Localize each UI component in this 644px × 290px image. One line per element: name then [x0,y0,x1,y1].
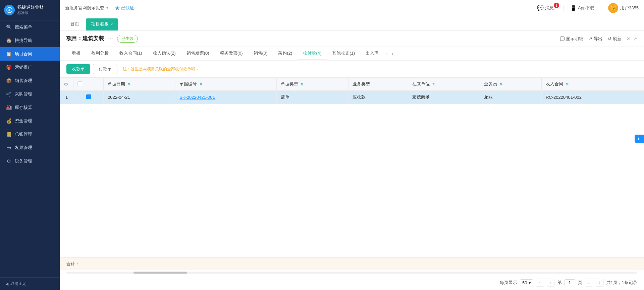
scroll-thumb[interactable] [133,272,187,274]
payment-tab-button[interactable]: 付款单 [93,64,117,74]
sidebar-item-label: 搜索菜单 [15,24,32,30]
sidebar-item-search[interactable]: 🔍 搜索菜单 [0,20,60,34]
sub-nav-sales-invoice-label: 销售发票(0) [186,51,209,56]
sub-nav-other[interactable]: 其他收支(1) [327,47,360,60]
float-panel-icon: ≡ [637,137,642,140]
export-button[interactable]: ↗ 导出 [589,36,602,42]
col-header-date[interactable]: 单据日期 ⇅ [104,78,175,91]
message-button[interactable]: 💬 消息 1 [537,5,556,11]
app-download-button[interactable]: 📱 App下载 [570,5,594,11]
cell-number-link[interactable]: SK-20220421-001 [179,95,215,100]
sub-nav-tax-invoice[interactable]: 税务发票(0) [215,47,248,60]
sidebar-item-project[interactable]: 📋 项目合同 [0,47,60,61]
ledger-icon: 📒 [5,132,12,137]
sub-nav-profit[interactable]: 盈利分析 [86,47,114,60]
float-panel[interactable]: ≡ [635,135,644,143]
search-icon: 🔍 [5,24,12,30]
pagination: 每页显示 50 ▾ ⟨ ‹ 第 1 页 › ⟩ 共1页，1条记录 [60,275,644,290]
horizontal-scrollbar[interactable] [66,272,637,274]
sort-date-icon: ⇅ [128,82,130,86]
col-header-income-contract[interactable]: 收入合同 ⇅ [541,78,644,91]
col-header-settings[interactable]: ⚙ [60,78,73,91]
sub-nav-prev-arrow[interactable]: ‹ [384,48,390,60]
sub-nav-next-arrow[interactable]: › [390,48,395,60]
page-number-input[interactable]: 1 [565,279,575,286]
sort-type-icon: ⇅ [301,82,303,86]
sub-tab-note: 注：这里是与项目关联的全部收付款单哦～ [123,66,199,72]
sidebar-header: 畅捷通好业财 标准版 [0,0,60,20]
maximize-button[interactable]: ⤢ [633,36,637,42]
settings-icon: ⚙ [64,82,68,87]
select-all-checkbox[interactable] [77,81,82,86]
sub-nav-profit-label: 盈利分析 [91,51,109,56]
close-button[interactable]: × [627,36,630,42]
user-menu[interactable]: 🐱 用户3355 [608,3,639,13]
prev-page-button[interactable]: ‹ [547,279,555,287]
tab-project-board[interactable]: 项目看板 × [86,18,118,30]
more-options-icon[interactable]: ··· [108,35,113,42]
sidebar-item-purchase[interactable]: 🛒 采购管理 [0,87,60,101]
first-page-button[interactable]: ⟨ [536,279,544,287]
purchase-icon: 🛒 [5,91,12,97]
sidebar-item-label: 项目合同 [15,51,32,57]
sidebar-item-invoice[interactable]: 🗃 发票管理 [0,141,60,154]
sidebar-item-label: 发票管理 [15,145,32,151]
col-header-biz-type: 业务类型 [348,78,408,91]
sidebar-item-tax[interactable]: ⚙ 税务管理 [0,154,60,168]
sub-nav-sales[interactable]: 销售(0) [248,47,273,60]
sidebar-item-label: 税务管理 [15,158,32,164]
sidebar-item-label: 销售管理 [15,78,32,84]
project-name: 建筑安装 [83,35,104,42]
col-header-number[interactable]: 单据编号 ⇅ [175,78,277,91]
col-header-partner[interactable]: 往来单位 ⇅ [408,78,480,91]
home-icon: 🏠 [5,38,12,43]
tabs-bar: 首页 项目看板 × [60,16,644,31]
show-detail-toggle[interactable]: 显示明细 [560,36,583,42]
sidebar-item-inventory[interactable]: 🏭 库存核算 [0,101,60,114]
tab-close-icon[interactable]: × [111,22,113,26]
data-table: ⚙ 单据日期 ⇅ 单据编号 ⇅ [60,77,644,104]
refresh-button[interactable]: ↺ 刷新 [608,36,622,42]
sidebar-item-quick[interactable]: 🏠 快捷导航 [0,34,60,47]
table-row[interactable]: 1 2022-04-21 SK-20220421-001 蓝单 应收款 宏茂商场… [60,91,644,104]
col-header-check[interactable] [73,78,104,91]
cell-check[interactable] [73,91,104,104]
account-name: 新服务官网演示账套 [65,5,104,11]
sub-nav-inout[interactable]: 出入库 [360,47,384,60]
tab-home[interactable]: 首页 [65,18,85,30]
main-area: 新服务官网演示账套 ▾ 已认证 💬 消息 1 📱 App下载 🐱 [60,0,644,290]
page-size-select[interactable]: 50 ▾ [520,279,533,286]
sub-nav-purchase[interactable]: 采购(2) [273,47,298,60]
sidebar: 畅捷通好业财 标准版 🔍 搜索菜单 🏠 快捷导航 📋 项目合同 🎁 营销推广 📦… [0,0,60,290]
page-size-value: 50 [522,280,527,285]
sub-nav-income-contract[interactable]: 收入合同(1) [114,47,148,60]
last-page-button[interactable]: ⟩ [596,279,604,287]
sub-nav-sales-invoice[interactable]: 销售发票(0) [181,47,215,60]
next-page-button[interactable]: › [585,279,593,287]
sidebar-item-marketing[interactable]: 🎁 营销推广 [0,61,60,74]
refresh-label: 刷新 [613,36,622,42]
sidebar-footer-unpin[interactable]: ◀ 取消固定 [0,277,60,290]
sub-nav-income-confirm[interactable]: 收入确认(2) [148,47,181,60]
account-switcher[interactable]: 新服务官网演示账套 ▾ [65,5,108,11]
sales-icon: 📦 [5,78,12,83]
cell-number[interactable]: SK-20220421-001 [175,91,277,104]
sort-salesman-icon: ⇅ [500,82,502,86]
message-label: 消息 [545,5,554,11]
col-header-type[interactable]: 单据类型 ⇅ [276,78,348,91]
sort-number-icon: ⇅ [200,82,202,86]
sub-nav-kanban[interactable]: 看板 [66,47,86,60]
col-header-salesman[interactable]: 业务员 ⇅ [480,78,541,91]
sidebar-item-label: 总账管理 [15,131,32,137]
cell-date: 2022-04-21 [104,91,175,104]
show-detail-checkbox[interactable] [560,37,565,41]
scroll-row [60,270,644,275]
sub-nav-receipt[interactable]: 收付款(4) [298,47,327,60]
sidebar-item-sales[interactable]: 📦 销售管理 [0,74,60,87]
receipt-tab-button[interactable]: 收款单 [66,64,90,74]
row-checkbox[interactable] [86,94,91,99]
sub-nav-inout-label: 出入库 [366,51,379,56]
sidebar-item-fund[interactable]: 💰 资金管理 [0,114,60,128]
tab-project-board-label: 项目看板 [91,21,109,27]
sidebar-item-ledger[interactable]: 📒 总账管理 [0,128,60,141]
